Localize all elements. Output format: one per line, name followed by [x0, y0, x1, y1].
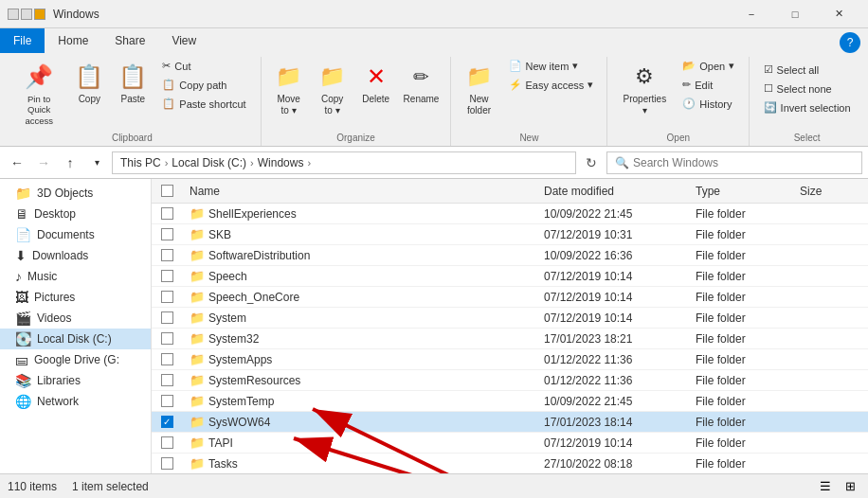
maximize-button[interactable]: □: [773, 0, 817, 28]
row-checkbox-checked[interactable]: ✓: [161, 416, 173, 428]
recent-locations-button[interactable]: ▾: [85, 151, 108, 174]
copy-to-label: Copyto ▾: [321, 94, 343, 116]
select-all-icon: ☑: [764, 63, 773, 76]
table-row[interactable]: 📁SystemResources 01/12/2022 11:36 File f…: [152, 370, 868, 391]
table-row[interactable]: 📁ShellExperiences 10/09/2022 21:45 File …: [152, 204, 868, 224]
up-button[interactable]: ↑: [59, 151, 81, 174]
new-item-button[interactable]: 📄 New item ▾: [502, 57, 601, 75]
row-checkbox[interactable]: [161, 270, 173, 282]
paste-button[interactable]: 📋 Paste: [112, 57, 154, 110]
copy-path-button[interactable]: 📋 Copy path: [155, 76, 252, 94]
row-checkbox[interactable]: [161, 374, 173, 386]
rename-button[interactable]: ✏ Rename: [399, 57, 444, 110]
history-button[interactable]: 🕐 History: [676, 95, 741, 113]
new-item-arrow: ▾: [572, 60, 578, 72]
header-date-col[interactable]: Date modified: [536, 185, 688, 198]
row-checkbox[interactable]: [161, 332, 173, 345]
tab-home[interactable]: Home: [45, 28, 101, 53]
back-button[interactable]: ←: [6, 151, 28, 174]
pin-to-quick-access-button[interactable]: 📌 Pin to Quick access: [11, 57, 66, 131]
search-input[interactable]: [633, 156, 854, 169]
row-checkbox-col: [152, 374, 182, 386]
address-path[interactable]: This PC › Local Disk (C:) › Windows ›: [112, 151, 576, 174]
sidebar-item-google-drive[interactable]: 🖴 Google Drive (G:: [0, 349, 151, 370]
header-size-col[interactable]: Size: [792, 185, 868, 198]
sidebar-item-music[interactable]: ♪ Music: [0, 266, 151, 287]
row-date: 07/12/2019 10:14: [536, 270, 688, 283]
row-type: File folder: [688, 395, 792, 408]
large-icons-view-button[interactable]: ⊞: [840, 476, 860, 497]
minimize-button[interactable]: −: [730, 0, 773, 28]
sidebar-label-desktop: Desktop: [34, 207, 76, 221]
open-arrow: ▾: [729, 60, 734, 72]
row-checkbox[interactable]: [161, 228, 173, 240]
paste-icon: 📋: [118, 62, 148, 92]
row-checkbox[interactable]: [161, 353, 173, 365]
table-row[interactable]: 📁SKB 07/12/2019 10:31 File folder: [152, 224, 868, 245]
table-row-syswow64[interactable]: ✓ 📁SysWOW64 17/01/2023 18:14 File folder: [152, 412, 868, 433]
sidebar-label-downloads: Downloads: [32, 249, 88, 262]
close-button[interactable]: ✕: [817, 0, 860, 28]
table-row[interactable]: 📁SystemTemp 10/09/2022 21:45 File folder: [152, 391, 868, 412]
invert-selection-button[interactable]: 🔄 Invert selection: [757, 98, 858, 116]
select-all-button[interactable]: ☑ Select all: [757, 61, 858, 79]
folder-icon: 📁: [190, 456, 205, 471]
edit-button[interactable]: ✏ Edit: [676, 76, 741, 94]
folder-icon: 📁: [190, 311, 205, 325]
sidebar-item-downloads[interactable]: ⬇ Downloads: [0, 245, 151, 266]
table-row[interactable]: 📁System32 17/01/2023 18:21 File folder: [152, 329, 868, 349]
sidebar-item-pictures[interactable]: 🖼 Pictures: [0, 287, 151, 308]
sidebar-item-libraries[interactable]: 📚 Libraries: [0, 370, 151, 391]
copy-button[interactable]: 📋 Copy: [68, 57, 110, 110]
paste-shortcut-icon: 📋: [162, 98, 175, 110]
tab-share[interactable]: Share: [101, 28, 158, 53]
details-view-button[interactable]: ☰: [815, 476, 836, 497]
row-date: 07/12/2019 10:14: [536, 311, 688, 325]
copy-to-button[interactable]: 📁 Copyto ▾: [312, 57, 353, 121]
row-type: File folder: [688, 311, 792, 325]
header-name-col[interactable]: Name: [182, 185, 536, 198]
table-row[interactable]: 📁Speech 07/12/2019 10:14 File folder: [152, 266, 868, 287]
forward-button[interactable]: →: [32, 151, 55, 174]
properties-button[interactable]: ⚙ Properties ▾: [615, 57, 674, 121]
clipboard-group-items: 📌 Pin to Quick access 📋 Copy 📋 Paste ✂: [11, 57, 253, 131]
refresh-button[interactable]: ↻: [580, 151, 603, 174]
row-checkbox[interactable]: [161, 291, 173, 303]
table-row[interactable]: 📁SystemApps 01/12/2022 11:36 File folder: [152, 349, 868, 370]
edit-icon: ✏: [682, 79, 691, 91]
open-button[interactable]: 📂 Open ▾: [676, 57, 741, 75]
table-row[interactable]: 📁Tasks 27/10/2022 08:18 File folder: [152, 454, 868, 474]
tab-view[interactable]: View: [158, 28, 209, 53]
sidebar-item-3d-objects[interactable]: 📁 3D Objects: [0, 183, 151, 204]
row-checkbox[interactable]: [161, 249, 173, 261]
select-none-icon: ☐: [764, 82, 773, 95]
help-button[interactable]: ?: [840, 32, 860, 53]
sidebar-item-desktop[interactable]: 🖥 Desktop: [0, 204, 151, 224]
select-all-checkbox[interactable]: [161, 185, 173, 197]
row-checkbox[interactable]: [161, 457, 173, 470]
select-none-button[interactable]: ☐ Select none: [757, 80, 858, 98]
row-checkbox[interactable]: [161, 395, 173, 407]
new-folder-button[interactable]: 📁 Newfolder: [459, 57, 500, 121]
sidebar-item-network[interactable]: 🌐 Network: [0, 391, 151, 412]
table-row[interactable]: 📁SoftwareDistribution 10/09/2022 16:36 F…: [152, 245, 868, 266]
sidebar-item-local-disk[interactable]: 💽 Local Disk (C:): [0, 329, 151, 349]
row-checkbox[interactable]: [161, 207, 173, 220]
sidebar-item-videos[interactable]: 🎬 Videos: [0, 308, 151, 329]
paste-shortcut-button[interactable]: 📋 Paste shortcut: [155, 95, 252, 113]
easy-access-button[interactable]: ⚡ Easy access ▾: [502, 76, 601, 94]
delete-button[interactable]: ✕ Delete: [355, 57, 397, 110]
row-checkbox[interactable]: [161, 436, 173, 449]
tab-file[interactable]: File: [0, 28, 45, 53]
table-row[interactable]: 📁System 07/12/2019 10:14 File folder: [152, 308, 868, 329]
cut-button[interactable]: ✂ Cut: [155, 57, 252, 75]
organize-group: 📁 Moveto ▾ 📁 Copyto ▾ ✕ Delete ✏ Rename …: [262, 57, 452, 146]
table-row[interactable]: 📁Speech_OneCore 07/12/2019 10:14 File fo…: [152, 287, 868, 308]
move-to-button[interactable]: 📁 Moveto ▾: [268, 57, 310, 121]
row-checkbox[interactable]: [161, 311, 173, 324]
header-type-col[interactable]: Type: [688, 185, 792, 198]
table-row[interactable]: 📁TAPI 07/12/2019 10:14 File folder: [152, 433, 868, 454]
sidebar-item-documents[interactable]: 📄 Documents: [0, 224, 151, 245]
properties-label: Properties ▾: [620, 94, 669, 116]
sidebar-label-google-drive: Google Drive (G:: [34, 353, 119, 366]
